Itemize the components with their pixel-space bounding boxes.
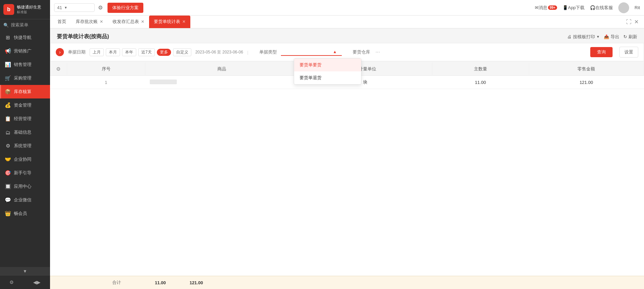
print-dropdown-icon: ▼ [596, 35, 600, 39]
topbar-settings-icon[interactable]: ⚙ [98, 4, 103, 11]
sidebar-item-label-inventory: 库存核算 [14, 89, 31, 95]
member-icon: 👑 [4, 210, 11, 217]
message-icon: ✉ [535, 5, 539, 10]
close-tab-btn[interactable]: ✕ [634, 19, 639, 25]
page-header: 要货单统计表(按商品) 🖨 按模板打印 ▼ 📤 导出 ↻ 刷新 [50, 28, 644, 43]
sidebar-item-label-enterprise: 企业协同 [14, 156, 31, 162]
type-dropdown-popup: 要货单要货 要货单退货 [294, 58, 361, 85]
base-icon: 🗂 [4, 129, 11, 136]
sidebar-item-enterprise[interactable]: 🤝 企业协同 [0, 153, 50, 166]
sidebar-settings-btn[interactable]: ⚙ [7, 278, 17, 286]
sidebar-items-list: ⊞ 快捷导航 📢 营销推广 📊 销售管理 🛒 采购管理 📦 库存核算 💰 资金管… [0, 31, 50, 267]
sidebar-item-system[interactable]: ⚙ 系统管理 [0, 139, 50, 153]
type-filter-chevron-up-icon[interactable]: ▲ [333, 49, 337, 54]
phone-icon: 📱 [563, 5, 568, 10]
inventory-icon: 📦 [4, 88, 11, 95]
sidebar-item-marketing[interactable]: 📢 营销推广 [0, 44, 50, 58]
sidebar-item-business[interactable]: 📋 经营管理 [0, 112, 50, 126]
warehouse-filter-dots[interactable]: ··· [376, 49, 380, 55]
tab-batch[interactable]: 库存批次账 ✕ [71, 16, 108, 28]
refresh-btn[interactable]: ↻ 刷新 [623, 34, 637, 40]
row-qty: 11.00 [432, 76, 529, 89]
tab-close-shipreceive[interactable]: ✕ [141, 19, 144, 24]
guide-icon: 🎯 [4, 170, 11, 176]
sidebar-item-label-system: 系统管理 [14, 143, 31, 149]
sidebar-item-label-sales: 销售管理 [14, 62, 31, 68]
col-num-header: 序号 [67, 63, 145, 76]
sidebar-item-label-appstore: 应用中心 [14, 183, 31, 190]
date-btn-last-month[interactable]: 上月 [90, 48, 104, 56]
row-product [145, 76, 299, 89]
sidebar-item-finance[interactable]: 💰 资金管理 [0, 98, 50, 112]
tab-order-stats[interactable]: 要货单统计表 ✕ [149, 16, 190, 28]
warehouse-filter-label: 要货仓库 [353, 49, 370, 55]
tab-close-batch[interactable]: ✕ [100, 19, 103, 24]
sidebar-item-label-purchase: 采购管理 [14, 75, 31, 81]
product-name-placeholder [150, 80, 177, 84]
sales-icon: 📊 [4, 61, 11, 68]
date-btn-7days[interactable]: 近7天 [138, 48, 155, 56]
sidebar-logo: b 畅捷通好生意 标准版 [0, 0, 50, 19]
sidebar-item-base[interactable]: 🗂 基础信息 [0, 126, 50, 139]
filter-settings-btn[interactable]: 设置 [619, 47, 638, 58]
user-avatar[interactable] [618, 2, 629, 13]
query-btn[interactable]: 查询 [590, 47, 613, 57]
export-btn[interactable]: 📤 导出 [604, 34, 619, 40]
date-btn-this-month[interactable]: 本月 [106, 48, 120, 56]
sidebar: b 畅捷通好生意 标准版 🔍 搜索菜单 ⊞ 快捷导航 📢 营销推广 📊 销售管理… [0, 0, 50, 289]
filter-expand-btn[interactable]: › [56, 48, 64, 56]
footer-label: 合计 [55, 280, 121, 286]
row-num: 1 [67, 76, 145, 89]
print-btn[interactable]: 🖨 按模板打印 ▼ [567, 34, 600, 40]
messages-badge: 99+ [548, 5, 557, 10]
sidebar-item-sales[interactable]: 📊 销售管理 [0, 58, 50, 71]
col-settings-icon[interactable]: ⚙ [56, 66, 61, 72]
row-empty [50, 76, 67, 89]
printer-icon: 🖨 [567, 34, 572, 39]
sidebar-item-quick-nav[interactable]: ⊞ 快捷导航 [0, 31, 50, 44]
col-settings-header[interactable]: ⚙ [50, 63, 67, 76]
sidebar-collapse-btn[interactable]: ◀▶ [30, 278, 43, 286]
user-name: Rit [635, 5, 640, 10]
sidebar-item-label-wechat: 企业微信 [14, 197, 31, 203]
date-filter-label: 单据日期 [68, 49, 86, 55]
tab-home[interactable]: 首页 [53, 16, 71, 28]
app-download-btn[interactable]: 📱 App下载 [563, 5, 585, 11]
sidebar-item-guide[interactable]: 🎯 新手引导 [0, 166, 50, 180]
sidebar-item-purchase[interactable]: 🛒 采购管理 [0, 71, 50, 85]
sidebar-search[interactable]: 🔍 搜索菜单 [0, 19, 50, 31]
sidebar-scroll-down[interactable]: ▼ [0, 267, 50, 275]
sidebar-item-appstore[interactable]: 🔲 应用中心 [0, 180, 50, 193]
topbar-store-dropdown[interactable]: 41 ▼ [54, 3, 95, 12]
trial-btn[interactable]: 体验行业方案 [108, 3, 143, 13]
dropdown-option-order-return[interactable]: 要货单退货 [294, 71, 361, 84]
appstore-icon: 🔲 [4, 183, 11, 190]
online-service-btn[interactable]: 🎧 在线客服 [590, 5, 613, 11]
tab-close-order-stats[interactable]: ✕ [182, 19, 186, 24]
col-amount-header: 零售金额 [529, 63, 644, 76]
type-filter-input[interactable] [282, 49, 333, 54]
content-area: 要货单统计表(按商品) 🖨 按模板打印 ▼ 📤 导出 ↻ 刷新 › [50, 28, 644, 289]
main-area: 41 ▼ ⚙ 体验行业方案 ✉ 消息 99+ 📱 App下载 🎧 在线客服 Ri… [50, 0, 644, 289]
sidebar-item-member[interactable]: 👑 畅会员 [0, 207, 50, 220]
dropdown-option-order-goods[interactable]: 要货单要货 [294, 59, 361, 71]
sidebar-item-wechat[interactable]: 💬 企业微信 [0, 193, 50, 207]
date-btn-more[interactable]: 更多 [157, 49, 171, 56]
purchase-icon: 🛒 [4, 75, 11, 82]
type-filter-input-wrapper: ▲ [281, 49, 342, 56]
quick-nav-icon: ⊞ [4, 34, 11, 41]
sidebar-item-inventory[interactable]: 📦 库存核算 [0, 85, 50, 98]
tab-shipreceive[interactable]: 收发存汇总表 ✕ [108, 16, 149, 28]
finance-icon: 💰 [4, 102, 11, 109]
topbar: 41 ▼ ⚙ 体验行业方案 ✉ 消息 99+ 📱 App下载 🎧 在线客服 Ri… [50, 0, 644, 16]
enterprise-icon: 🤝 [4, 156, 11, 163]
date-btn-this-year[interactable]: 本年 [122, 48, 136, 56]
maximize-btn[interactable]: ⛶ [626, 19, 631, 25]
footer-amount: 121.00 [166, 280, 207, 285]
messages-btn[interactable]: ✉ 消息 99+ [535, 5, 557, 11]
sidebar-item-label-finance: 资金管理 [14, 102, 31, 108]
page-title: 要货单统计表(按商品) [57, 33, 109, 40]
date-btn-custom[interactable]: 自定义 [173, 48, 191, 56]
sidebar-item-label-marketing: 营销推广 [14, 48, 31, 54]
footer-qty: 11.00 [121, 280, 166, 285]
